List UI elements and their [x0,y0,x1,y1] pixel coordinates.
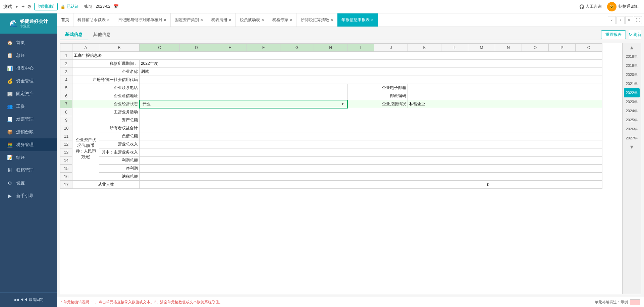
tab-tax-form[interactable]: 税表清册 ✕ [207,13,236,27]
certified-status: 🔒 已认证 [60,4,79,9]
tab-journal[interactable]: 日记账与银行对账单核对 ✕ [114,13,171,27]
year-item-2018[interactable]: 2018年 [623,52,641,61]
tab-close-all-button[interactable]: ✕ [625,16,633,24]
year-item-2020[interactable]: 2020年 [623,70,641,79]
row-num: 5 [60,84,72,92]
cell-value-equity[interactable] [140,124,602,132]
cell-value-phone[interactable] [140,84,347,92]
tab-prev-button[interactable]: ‹ [608,16,616,24]
tab-annual-report[interactable]: 年报信息申报表 ✕ [337,13,378,27]
sidebar-item-guide[interactable]: ▶ 新手引导 [0,189,57,202]
sidebar-item-inventory[interactable]: 📦 进销台账 [0,126,57,138]
tab-tax-fluc[interactable]: 税负波动表 ✕ [236,13,268,27]
year-nav-down-button[interactable]: ▼ [629,144,635,150]
support-button[interactable]: 🎧 人工咨询 [579,4,602,9]
tab-expand-button[interactable]: ⛶ [634,16,642,24]
row-num: 9 [60,116,72,124]
year-item-2021[interactable]: 2021年 [623,79,641,88]
cancel-fixed-button[interactable]: ◀◀ ◀◀ 取消固定 [0,295,57,304]
sidebar-item-home[interactable]: 🏠 首页 [0,36,57,49]
reset-report-button[interactable]: 重置报表 [601,30,626,39]
row-num: 3 [60,68,72,76]
sidebar-item-archive[interactable]: 🗄 归档管理 [0,164,57,177]
tab-income-tax[interactable]: 所得税汇算清缴 ✕ [297,13,337,27]
sidebar-item-fixed[interactable]: 🏢 固定资产 [0,87,57,100]
close-icon[interactable]: ✕ [229,18,231,22]
sidebar-item-fund[interactable]: 💰 资金管理 [0,75,57,87]
close-icon[interactable]: ✕ [371,18,374,22]
page-content: 基础信息 其他信息 重置报表 ↻ 刷新 [57,27,644,297]
year-item-2025[interactable]: 2025年 [623,116,641,125]
cell-value-email[interactable] [408,84,602,92]
close-icon[interactable]: ✕ [164,18,166,22]
table-row: 14 利润总额 [60,157,602,165]
add-workspace-button[interactable]: + [21,4,24,10]
cell-value-total-assets[interactable] [140,116,602,124]
example-cell [630,299,640,305]
sidebar-item-label: 固定资产 [16,91,34,97]
cell-label-total-revenue: 营业总收入 [99,140,140,148]
cell-value-regnum[interactable] [140,76,602,84]
year-item-2019[interactable]: 2019年 [623,61,641,70]
archive-icon: 🗄 [7,167,13,173]
close-icon[interactable]: ✕ [261,18,264,22]
close-icon[interactable]: ✕ [107,18,110,22]
cell-value-total-profit[interactable] [140,157,602,165]
cell-value-total-tax[interactable] [140,173,602,181]
table-row: 3 企业名称 测试 [60,68,602,76]
close-icon[interactable]: ✕ [290,18,292,22]
sidebar-item-wage[interactable]: 👥 工资 [0,100,57,113]
cell-value-address[interactable] [140,92,347,100]
workspace-dropdown-icon[interactable]: ▼ [15,4,19,9]
cell-value-main-biz[interactable] [140,108,602,116]
sidebar-item-settle[interactable]: 📝 结账 [0,151,57,164]
sidebar-item-settings[interactable]: ⚙ 设置 [0,177,57,189]
tab-next-button[interactable]: › [616,16,625,24]
sidebar-item-invoice[interactable]: 🧾 发票管理 [0,113,57,126]
year-item-2027[interactable]: 2027年 [623,134,641,143]
year-nav-up-button[interactable]: ▲ [629,45,635,51]
col-header-c: C [140,44,180,52]
cell-value-company[interactable]: 测试 [140,68,602,76]
cell-label-regnum: 注册号/统一社会信用代码 [72,76,140,84]
year-item-2023[interactable]: 2023年 [623,97,641,106]
cell-value-period[interactable]: 2022年度 [140,60,602,68]
year-item-2022[interactable]: 2022年 [624,88,640,97]
close-icon[interactable]: ✕ [330,18,333,22]
old-version-button[interactable]: 切到旧版 [34,3,58,10]
sidebar-item-label: 发票管理 [16,116,34,122]
cell-value-shareholding[interactable]: 私营企业 [408,100,602,108]
cell-value-net-profit[interactable] [140,165,602,173]
tab-home[interactable]: 首页 [57,13,73,27]
close-icon[interactable]: ✕ [200,18,203,22]
spreadsheet-main[interactable]: A B C D E F G H I J K L [60,43,622,294]
year-item-2024[interactable]: 2024年 [623,106,641,116]
cell-value-total-revenue[interactable] [140,140,602,148]
year-item-2026[interactable]: 2026年 [623,125,641,134]
col-header-f: F [247,44,280,52]
sidebar-item-ledger[interactable]: 📋 总账 [0,49,57,62]
cell-value-employees-num[interactable]: 0 [374,181,602,189]
dropdown-arrow-icon[interactable]: ▼ [341,102,344,106]
sub-tab-basic[interactable]: 基础信息 [60,30,88,40]
sidebar-item-report[interactable]: 📊 报表中心 [0,62,57,75]
cell-value-biz-status[interactable]: 开业 ▼ [140,100,347,108]
tab-fixed-asset[interactable]: 固定资产类别 ✕ [171,13,207,27]
sub-tab-other[interactable]: 其他信息 [88,30,116,40]
cell-value-liabilities[interactable] [140,132,602,140]
cell-value-main-revenue[interactable] [140,148,602,157]
refresh-button[interactable]: ↻ 刷新 [629,30,641,39]
calendar-icon[interactable]: 📅 [114,4,119,9]
cell-value-employees[interactable] [140,181,374,189]
sub-tabs: 基础信息 其他信息 重置报表 ↻ 刷新 [60,30,641,40]
fund-icon: 💰 [7,78,13,84]
settings-icon[interactable]: ⚙ [27,4,32,9]
col-header-k: K [408,44,441,52]
workspace-title: 测试 [3,4,12,10]
col-header-d: D [180,44,213,52]
cell-value-postcode[interactable] [408,92,602,100]
sidebar-item-tax[interactable]: 🧮 税务管理 [0,138,57,151]
tab-aux[interactable]: 科目辅助余额表 ✕ [73,13,114,27]
table-title-cell[interactable]: 工商年报信息表 [72,52,602,60]
tab-tax-check[interactable]: 税检专家 ✕ [268,13,297,27]
